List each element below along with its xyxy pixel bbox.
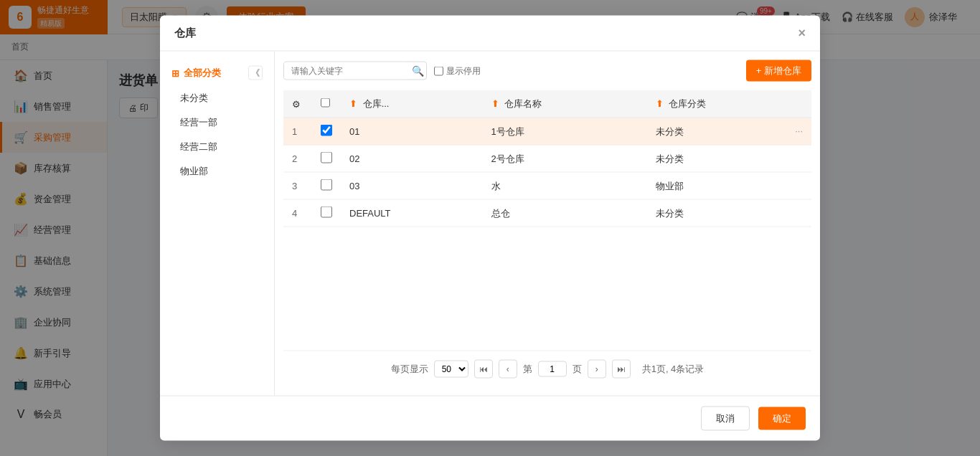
table-header-row: ⚙ ⬆ 仓库... ⬆ 仓库名称 xyxy=(283,90,811,118)
row-category: 未分类 ··· xyxy=(647,118,811,145)
category-item-3[interactable]: 物业部 xyxy=(160,159,274,184)
row-num: 4 xyxy=(283,199,312,227)
page-last-button[interactable]: ⏭ xyxy=(612,360,631,379)
col-category-header: ⬆ 仓库分类 xyxy=(647,90,811,118)
row-checkbox[interactable] xyxy=(321,125,332,136)
grid-icon: ⊞ xyxy=(171,67,179,78)
warehouse-search-box: 🔍 xyxy=(283,62,427,80)
page-unit-label: 页 xyxy=(573,363,582,376)
row-code: 03 xyxy=(341,172,483,199)
page-total-label: 共1页, 4条记录 xyxy=(642,363,705,376)
row-name: 水 xyxy=(483,172,647,199)
search-icon: 🔍 xyxy=(406,65,427,77)
row-checkbox-cell xyxy=(312,199,341,227)
category-all-label: 全部分类 xyxy=(184,67,221,80)
sort-icon: ⬆ xyxy=(349,98,357,109)
row-checkbox[interactable] xyxy=(321,179,332,191)
table-row[interactable]: 2 02 2号仓库 未分类 xyxy=(283,145,811,172)
table-row[interactable]: 1 01 1号仓库 未分类 ··· xyxy=(283,118,811,145)
show-disabled-checkbox[interactable] xyxy=(434,66,443,75)
table-row[interactable]: 4 DEFAULT 总仓 未分类 xyxy=(283,199,811,227)
warehouse-toolbar: 🔍 显示停用 + 新增仓库 xyxy=(283,60,811,82)
row-checkbox-cell xyxy=(312,118,341,145)
row-category: 未分类 xyxy=(647,199,811,227)
row-num: 2 xyxy=(283,145,312,172)
add-warehouse-button[interactable]: + 新增仓库 xyxy=(746,60,811,82)
row-checkbox-cell xyxy=(312,145,341,172)
row-category: 物业部 xyxy=(647,172,811,199)
row-name: 总仓 xyxy=(483,199,647,227)
page-number-input[interactable] xyxy=(538,361,567,377)
modal-footer: 取消 确定 xyxy=(160,396,820,441)
row-num: 1 xyxy=(283,118,312,145)
modal-title: 仓库 xyxy=(174,27,196,40)
warehouse-panel: 🔍 显示停用 + 新增仓库 ⚙ xyxy=(275,52,820,396)
col-code-header: ⬆ 仓库... xyxy=(341,90,483,118)
modal-close-button[interactable]: × xyxy=(798,26,806,41)
category-panel: ⊞ 全部分类 《 未分类 经营一部 经营二部 物业部 xyxy=(160,52,275,396)
row-checkbox-cell xyxy=(312,172,341,199)
page-prev-button[interactable]: ‹ xyxy=(499,360,517,379)
warehouse-table-container: ⚙ ⬆ 仓库... ⬆ 仓库名称 xyxy=(283,90,811,345)
page-first-button[interactable]: ⏮ xyxy=(474,360,493,379)
sort-icon-cat: ⬆ xyxy=(656,98,664,109)
table-row[interactable]: 3 03 水 物业部 xyxy=(283,172,811,199)
row-name: 1号仓库 xyxy=(483,118,647,145)
warehouse-modal: 仓库 × ⊞ 全部分类 《 未分类 经营一部 经营二部 物业部 🔍 xyxy=(160,16,820,441)
category-item-0[interactable]: 未分类 xyxy=(160,86,274,110)
category-item-1[interactable]: 经营一部 xyxy=(160,110,274,135)
sort-icon-name: ⬆ xyxy=(491,98,499,109)
per-page-label: 每页显示 xyxy=(391,363,428,376)
col-checkbox xyxy=(312,90,341,118)
confirm-button[interactable]: 确定 xyxy=(758,407,806,430)
page-prefix-label: 第 xyxy=(523,363,532,376)
pagination: 每页显示 50 ⏮ ‹ 第 页 › ⏭ 共1页, 4条记录 xyxy=(283,351,811,387)
row-checkbox[interactable] xyxy=(321,206,332,218)
per-page-select[interactable]: 50 xyxy=(434,361,468,378)
row-code: DEFAULT xyxy=(341,199,483,227)
warehouse-search-input[interactable] xyxy=(284,62,406,80)
warehouse-table: ⚙ ⬆ 仓库... ⬆ 仓库名称 xyxy=(283,90,811,227)
row-code: 02 xyxy=(341,145,483,172)
category-collapse-button[interactable]: 《 xyxy=(248,66,263,80)
modal-header: 仓库 × xyxy=(160,16,820,52)
col-settings: ⚙ xyxy=(283,90,312,118)
show-disabled-label: 显示停用 xyxy=(434,65,481,77)
category-all-header[interactable]: ⊞ 全部分类 《 xyxy=(160,60,274,86)
page-next-button[interactable]: › xyxy=(588,360,606,379)
row-code: 01 xyxy=(341,118,483,145)
row-name: 2号仓库 xyxy=(483,145,647,172)
cancel-button[interactable]: 取消 xyxy=(701,407,750,431)
row-more-button[interactable]: ··· xyxy=(795,125,803,136)
select-all-checkbox[interactable] xyxy=(321,98,330,108)
row-category: 未分类 xyxy=(647,145,811,172)
modal-body: ⊞ 全部分类 《 未分类 经营一部 经营二部 物业部 🔍 显示停用 + 新增仓库 xyxy=(160,52,820,396)
category-item-2[interactable]: 经营二部 xyxy=(160,135,274,159)
row-num: 3 xyxy=(283,172,312,199)
row-checkbox[interactable] xyxy=(321,152,332,163)
col-name-header: ⬆ 仓库名称 xyxy=(483,90,647,118)
